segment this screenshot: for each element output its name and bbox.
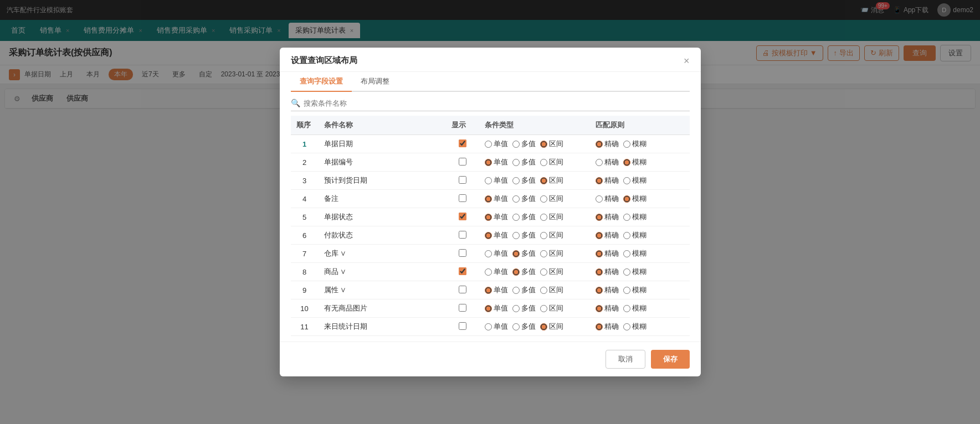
modal-header: 设置查询区域布局 × [280, 48, 701, 72]
search-input[interactable] [304, 99, 690, 107]
modal-title: 设置查询区域布局 [291, 55, 357, 66]
settings-modal: 设置查询区域布局 × 查询字段设置 布局调整 🔍 [280, 48, 701, 113]
search-icon: 🔍 [291, 99, 300, 107]
tab-query-fields[interactable]: 查询字段设置 [291, 72, 352, 92]
close-icon[interactable]: × [684, 56, 690, 66]
tab-layout-label: 布局调整 [361, 77, 389, 85]
modal-body: 查询字段设置 布局调整 🔍 顺序 条件名称 显示 [280, 72, 701, 113]
tab-query-fields-label: 查询字段设置 [300, 77, 343, 85]
modal-overlay: 设置查询区域布局 × 查询字段设置 布局调整 🔍 [0, 0, 980, 113]
tab-layout[interactable]: 布局调整 [352, 72, 398, 92]
modal-tabs: 查询字段设置 布局调整 [291, 72, 690, 92]
modal-search-bar: 🔍 [291, 99, 690, 111]
